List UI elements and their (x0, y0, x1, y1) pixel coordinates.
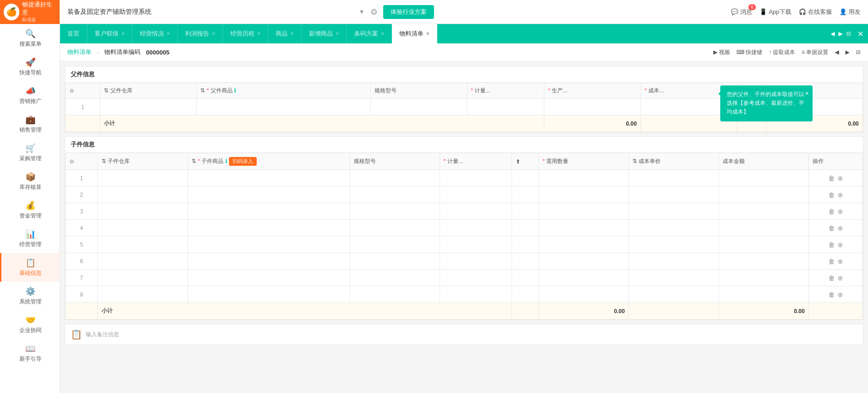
tab-next-arrow[interactable]: ▶ (837, 30, 844, 38)
sidebar-item-sales[interactable]: 💼 销售管理 (0, 110, 60, 139)
tab-history[interactable]: 经营历程 × (223, 24, 268, 43)
child-product-cell[interactable] (188, 253, 350, 270)
close-new-product-tab[interactable]: × (336, 30, 339, 37)
nav-left-arrow[interactable]: ◀ (835, 49, 839, 55)
tab-menu-arrow[interactable]: ⊟ (844, 30, 853, 38)
child-unit-cell[interactable] (440, 170, 512, 187)
copy-icon[interactable]: ⊕ (838, 191, 843, 199)
delete-icon[interactable]: 🗑 (828, 191, 835, 199)
close-profit-tab[interactable]: × (212, 30, 215, 37)
child-unit-cost-cell[interactable] (629, 286, 719, 303)
sidebar-item-system[interactable]: ⚙️ 系统管理 (0, 282, 60, 310)
sidebar-item-search[interactable]: 🔍 搜索菜单 (0, 24, 60, 53)
child-warehouse-cell[interactable] (98, 236, 188, 253)
close-customers-tab[interactable]: × (121, 30, 125, 37)
copy-icon[interactable]: ⊕ (838, 274, 843, 282)
dropdown-arrow[interactable]: ▼ (359, 8, 365, 15)
online-service-button[interactable]: 🎧 在线客服 (799, 8, 832, 16)
child-spec-cell[interactable] (350, 187, 440, 203)
parent-spec-cell[interactable] (370, 99, 467, 115)
child-unit-cell[interactable] (440, 253, 512, 270)
child-spec-cell[interactable] (350, 203, 440, 220)
close-all-tabs[interactable]: ✕ (853, 30, 868, 38)
delete-icon[interactable]: 🗑 (828, 175, 835, 182)
child-spec-cell[interactable] (350, 270, 440, 286)
sidebar-item-purchase[interactable]: 🛒 采购管理 (0, 139, 60, 167)
copy-icon[interactable]: ⊕ (838, 241, 843, 248)
tab-operations[interactable]: 经营情况 × (133, 24, 178, 43)
child-warehouse-cell[interactable] (98, 270, 188, 286)
app-download-button[interactable]: 📱 App下载 (760, 8, 791, 16)
child-qty-cell[interactable] (539, 236, 629, 253)
child-unit-cost-cell[interactable] (629, 236, 719, 253)
child-product-cell[interactable] (188, 270, 350, 286)
child-unit-cell[interactable] (440, 270, 512, 286)
delete-icon[interactable]: 🗑 (828, 291, 835, 298)
parent-produce-cell[interactable] (544, 99, 641, 115)
parent-product-cell[interactable] (197, 99, 370, 115)
child-unit-cell[interactable] (440, 236, 512, 253)
delete-icon[interactable]: 🗑 (828, 274, 835, 282)
close-operations-tab[interactable]: × (167, 30, 170, 37)
child-th-settings[interactable]: ⚙ (66, 153, 98, 170)
child-spec-cell[interactable] (350, 170, 440, 187)
child-qty-cell[interactable] (539, 253, 629, 270)
delete-icon[interactable]: 🗑 (828, 241, 835, 248)
copy-icon[interactable]: ⊕ (838, 258, 843, 265)
child-product-cell[interactable] (188, 187, 350, 203)
child-unit-cost-cell[interactable] (629, 170, 719, 187)
child-warehouse-cell[interactable] (98, 220, 188, 236)
tab-prev-arrow[interactable]: ◀ (829, 30, 837, 38)
child-unit-cell[interactable] (440, 286, 512, 303)
child-spec-cell[interactable] (350, 236, 440, 253)
parent-unit-cell[interactable] (467, 99, 544, 115)
child-spec-cell[interactable] (350, 220, 440, 236)
child-warehouse-cell[interactable] (98, 253, 188, 270)
child-spec-cell[interactable] (350, 286, 440, 303)
delete-icon[interactable]: 🗑 (828, 224, 835, 232)
sidebar-item-collab[interactable]: 🤝 企业协同 (0, 310, 60, 339)
child-qty-cell[interactable] (539, 286, 629, 303)
delete-icon[interactable]: 🗑 (828, 258, 835, 265)
copy-icon[interactable]: ⊕ (838, 291, 843, 298)
child-qty-cell[interactable] (539, 187, 629, 203)
tab-home[interactable]: 首页 (60, 24, 87, 43)
child-qty-cell[interactable] (539, 220, 629, 236)
copy-icon[interactable]: ⊕ (838, 208, 843, 215)
child-product-cell[interactable] (188, 203, 350, 220)
parent-warehouse-cell[interactable] (100, 99, 197, 115)
close-bom-tab[interactable]: × (426, 30, 429, 37)
tooltip-close-button[interactable]: × (805, 88, 809, 98)
child-qty-cell[interactable] (539, 270, 629, 286)
tab-profit[interactable]: 利润报告 × (178, 24, 223, 43)
copy-icon[interactable]: ⊕ (838, 175, 843, 182)
sidebar-item-inventory[interactable]: 📦 库存核算 (0, 167, 60, 196)
child-warehouse-cell[interactable] (98, 203, 188, 220)
child-product-cell[interactable] (188, 236, 350, 253)
settings-icon[interactable]: ⚙ (370, 7, 378, 17)
single-setting-action[interactable]: ≡ 单据设置 (802, 48, 828, 56)
child-qty-cell[interactable] (539, 203, 629, 220)
sidebar-item-basic[interactable]: 📋 基础信息 (0, 253, 60, 282)
nav-right-arrow[interactable]: ▶ (845, 49, 850, 55)
close-products-tab[interactable]: × (290, 30, 294, 37)
sidebar-item-guide[interactable]: 📖 新手引导 (0, 339, 60, 368)
view-action[interactable]: ▶ 视频 (713, 48, 730, 56)
child-unit-cost-cell[interactable] (629, 187, 719, 203)
child-unit-cell[interactable] (440, 187, 512, 203)
copy-icon[interactable]: ⊕ (838, 224, 843, 232)
sidebar-item-marketing[interactable]: 📣 营销推广 (0, 81, 60, 110)
child-unit-cost-cell[interactable] (629, 220, 719, 236)
child-unit-cost-cell[interactable] (629, 270, 719, 286)
child-unit-cost-cell[interactable] (629, 253, 719, 270)
child-unit-cost-cell[interactable] (629, 203, 719, 220)
tab-new-product[interactable]: 新增商品 × (301, 24, 347, 43)
user-menu[interactable]: 👤 用友 (839, 8, 861, 16)
trial-button[interactable]: 体验行业方案 (383, 5, 434, 19)
scan-button[interactable]: 扫码录入 (229, 157, 257, 166)
breadcrumb-parent[interactable]: 物料清单 (67, 48, 91, 56)
close-barcode-tab[interactable]: × (381, 30, 384, 37)
expand-icon[interactable]: ⊟ (856, 49, 861, 55)
sidebar-item-ops[interactable]: 📊 经营管理 (0, 224, 60, 253)
tab-customers[interactable]: 客户联络 × (87, 24, 133, 43)
